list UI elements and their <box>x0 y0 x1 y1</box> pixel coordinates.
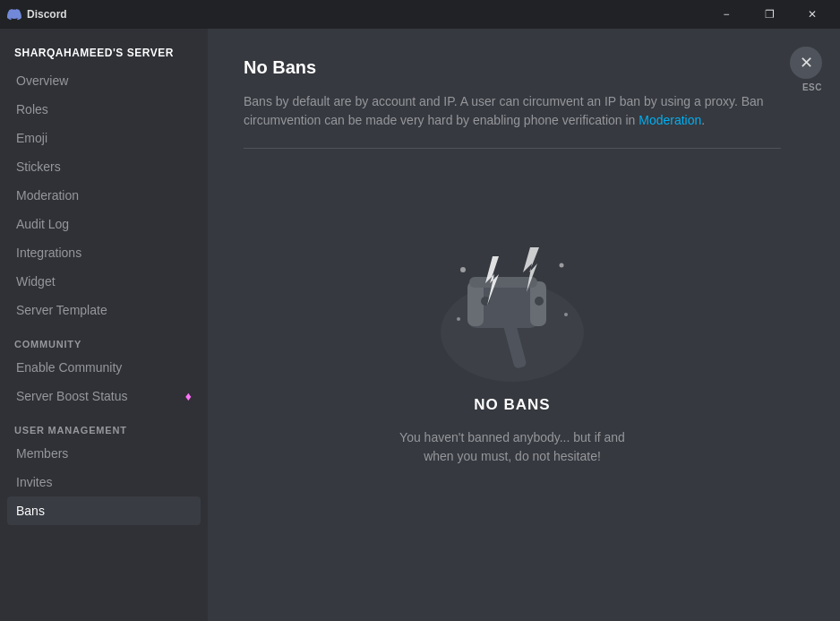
sidebar-item-roles[interactable]: Roles <box>7 95 201 124</box>
restore-button[interactable]: ❐ <box>749 0 790 29</box>
sidebar-item-integrations[interactable]: Integrations <box>7 238 201 267</box>
close-dialog-button[interactable]: ✕ <box>790 47 822 79</box>
sidebar-item-overview[interactable]: Overview <box>7 66 201 95</box>
server-name: SHARQAHAMEED'S SERVER <box>7 43 201 66</box>
sidebar-item-stickers[interactable]: Stickers <box>7 152 201 181</box>
sidebar-item-label: Audit Log <box>16 217 69 231</box>
window-close-button[interactable]: ✕ <box>792 0 833 29</box>
page-title: No Bans <box>244 57 781 78</box>
sidebar-item-label: Roles <box>16 102 48 116</box>
sidebar-item-label: Stickers <box>16 160 61 174</box>
app-title: Discord <box>27 8 67 21</box>
svg-point-13 <box>564 313 568 316</box>
svg-point-12 <box>457 317 460 321</box>
sidebar-item-label: Moderation <box>16 188 79 203</box>
minimize-button[interactable]: − <box>706 0 747 29</box>
sidebar-item-label: Invites <box>16 475 52 489</box>
svg-rect-5 <box>469 277 537 288</box>
sidebar-item-label: Server Template <box>16 303 107 317</box>
divider <box>244 148 781 149</box>
sidebar-item-label: Bans <box>16 504 45 518</box>
moderation-link[interactable]: Moderation <box>639 113 701 127</box>
sidebar-item-widget[interactable]: Widget <box>7 267 201 296</box>
esc-label: ESC <box>802 82 822 92</box>
sidebar-item-server-boost-status[interactable]: Server Boost Status ♦ <box>7 382 201 410</box>
sidebar-item-invites[interactable]: Invites <box>7 468 201 496</box>
sidebar-item-members[interactable]: Members <box>7 439 201 468</box>
sidebar-item-bans[interactable]: Bans <box>7 496 201 525</box>
svg-rect-4 <box>467 281 484 326</box>
title-bar: Discord − ❐ ✕ <box>0 0 840 29</box>
description-text: Bans by default are by account and IP. A… <box>244 92 781 130</box>
section-header-user-management: USER MANAGEMENT <box>7 410 201 439</box>
section-header-community: COMMUNITY <box>7 324 201 353</box>
content-area: No Bans Bans by default are by account a… <box>244 57 781 502</box>
description-suffix: . <box>701 113 705 127</box>
discord-logo-icon <box>7 7 21 22</box>
empty-state-line2: when you must, do not hesitate! <box>424 449 601 463</box>
svg-point-10 <box>460 267 466 272</box>
empty-state-title: NO BANS <box>474 396 550 414</box>
sidebar-item-label: Members <box>16 446 68 461</box>
sidebar-item-label: Widget <box>16 274 56 289</box>
empty-state-line1: You haven't banned anybody... but if and <box>399 430 625 444</box>
main-content: No Bans Bans by default are by account a… <box>208 29 840 621</box>
app-body: SHARQAHAMEED'S SERVER Overview Roles Emo… <box>0 29 840 621</box>
sidebar: SHARQAHAMEED'S SERVER Overview Roles Emo… <box>0 29 208 621</box>
sidebar-item-audit-log[interactable]: Audit Log <box>7 210 201 238</box>
sidebar-item-enable-community[interactable]: Enable Community <box>7 353 201 382</box>
title-bar-left: Discord <box>7 7 67 22</box>
sidebar-item-server-template[interactable]: Server Template <box>7 296 201 324</box>
hammer-illustration <box>414 203 611 382</box>
sidebar-item-moderation[interactable]: Moderation <box>7 181 201 210</box>
sidebar-item-emoji[interactable]: Emoji <box>7 124 201 152</box>
boost-icon: ♦ <box>185 389 192 403</box>
empty-state: NO BANS You haven't banned anybody... bu… <box>244 167 781 502</box>
sidebar-item-label: Enable Community <box>16 360 122 375</box>
sidebar-item-label: Emoji <box>16 131 47 145</box>
svg-point-11 <box>560 263 564 268</box>
sidebar-item-label: Server Boost Status <box>16 389 128 403</box>
sidebar-item-label: Overview <box>16 73 68 88</box>
svg-point-7 <box>535 297 544 306</box>
close-icon: ✕ <box>800 55 813 71</box>
window-controls: − ❐ ✕ <box>706 0 833 29</box>
sidebar-item-label: Integrations <box>16 246 81 260</box>
empty-state-subtitle: You haven't banned anybody... but if and… <box>399 428 625 466</box>
